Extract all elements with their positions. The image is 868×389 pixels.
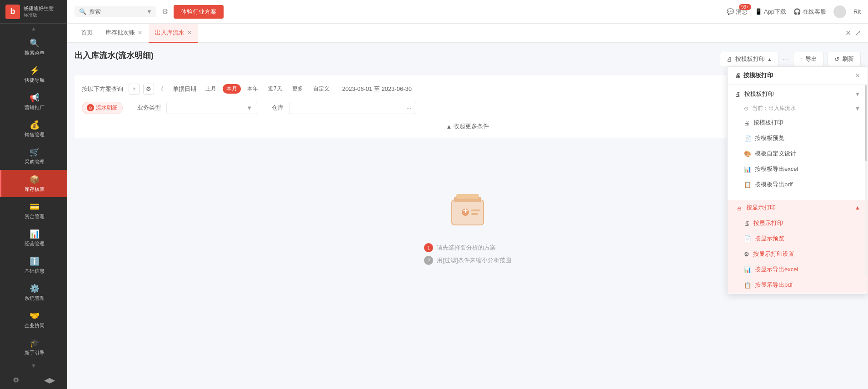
display-preview-item[interactable]: 📄 按显示预览 xyxy=(728,231,868,246)
display-print-section: 🖨 按显示打印 ▲ 🖨 按显示打印 📄 按显示预览 xyxy=(728,198,868,294)
display-pdf-icon: 📋 xyxy=(744,282,751,289)
preview-icon: 📄 xyxy=(744,135,751,142)
app-icon: 📱 xyxy=(755,8,762,15)
template-print-item[interactable]: 🖨 按模板打印 xyxy=(728,115,868,130)
logo-title: 畅捷通好生意 xyxy=(24,5,54,12)
tag-icon: ⊙ xyxy=(87,104,94,111)
settings-button[interactable]: ⚙ xyxy=(13,376,19,384)
logo-icon: b xyxy=(5,5,20,19)
date-btn-current-month[interactable]: 本月 xyxy=(223,84,241,94)
tab-flow-close[interactable]: ✕ xyxy=(187,30,192,36)
app-download-button[interactable]: 📱 App下载 xyxy=(755,8,786,16)
sidebar-scroll-up[interactable]: ▲ xyxy=(0,24,67,34)
header-gear-icon[interactable]: ⚙ xyxy=(162,7,168,16)
tab-batch-close[interactable]: ✕ xyxy=(138,30,142,36)
sidebar-item-sales[interactable]: 💰 销售管理 xyxy=(0,115,67,143)
date-btn-custom[interactable]: 自定义 xyxy=(309,84,333,94)
sidebar-menu: 🔍 搜索菜单 ⚡ 快捷导航 📢 营销推广 💰 销售管理 🛒 采购管理 📦 xyxy=(0,34,67,361)
scrollbar-thumb[interactable] xyxy=(865,85,867,161)
tab-home[interactable]: 首页 xyxy=(75,24,99,43)
sidebar-item-search[interactable]: 🔍 搜索菜单 xyxy=(0,34,67,61)
sidebar-item-basic[interactable]: ℹ️ 基础信息 xyxy=(0,252,67,279)
dropdown-close-icon[interactable]: ✕ xyxy=(855,72,860,79)
display-print-settings-item[interactable]: ⚙ 按显示打印设置 xyxy=(728,246,868,262)
date-btn-more[interactable]: 更多 xyxy=(289,84,307,94)
sidebar-item-purchase[interactable]: 🛒 采购管理 xyxy=(0,143,67,170)
refresh-icon: ↺ xyxy=(834,56,839,63)
top-header: 🔍 ▼ ⚙ 体验行业方案 💬 消息 99+ 📱 App下载 🎧 在线客服 xyxy=(67,0,868,24)
display-section-chevron-icon: ▲ xyxy=(855,204,860,211)
template-excel-item[interactable]: 📊 按模板导出excel xyxy=(728,161,868,177)
current-chevron-icon: ▼ xyxy=(855,105,860,112)
svg-rect-2 xyxy=(456,194,479,199)
operations-icon: 📊 xyxy=(30,229,40,239)
header-search-box[interactable]: 🔍 ▼ xyxy=(75,6,156,17)
collapse-up-icon: ▲ xyxy=(446,123,452,130)
sidebar-item-quicknav[interactable]: ⚡ 快捷导航 xyxy=(0,61,67,88)
custom-icon: 🎨 xyxy=(744,150,751,157)
collapse-button[interactable]: ◀▶ xyxy=(44,376,55,384)
business-type-select[interactable]: ▼ xyxy=(166,102,257,114)
sidebar-item-finance[interactable]: 💳 资金管理 xyxy=(0,197,67,224)
collapse-button[interactable]: ▲ 收起更多条件 xyxy=(446,122,489,130)
filter-collapse-icon[interactable]: 《 xyxy=(158,85,164,93)
template-section-label: 🖨 按模板打印 xyxy=(735,90,774,98)
tab-expand-icon[interactable]: ⤢ xyxy=(855,29,861,37)
date-range-label: 2023-06-01 至 2023-06-30 xyxy=(342,85,412,93)
message-button[interactable]: 💬 消息 99+ xyxy=(727,8,748,16)
sidebar-item-system[interactable]: ⚙️ 系统管理 xyxy=(0,279,67,306)
dropdown-panel: 🖨 按模板打印 ✕ 🖨 按模板打印 ▼ xyxy=(727,66,868,294)
step-2: 2 用[过滤]条件来缩小分析范围 xyxy=(424,256,511,265)
sidebar-item-guide[interactable]: 🎓 新手引导 xyxy=(0,334,67,361)
message-icon: 💬 xyxy=(727,8,734,15)
marketing-icon: 📢 xyxy=(30,93,40,103)
tab-flow[interactable]: 出入库流水 ✕ xyxy=(149,24,198,43)
export-button[interactable]: ↑ 导出 xyxy=(793,52,824,66)
display-pdf-item[interactable]: 📋 按显示导出pdf xyxy=(728,277,868,293)
trial-button[interactable]: 体验行业方案 xyxy=(174,5,224,19)
search-chevron-icon[interactable]: ▼ xyxy=(146,8,152,15)
template-print-header[interactable]: 🖨 按模板打印 ▼ xyxy=(728,86,868,102)
display-print-header[interactable]: 🖨 按显示打印 ▲ xyxy=(728,200,868,215)
template-print-icon: 🖨 xyxy=(735,91,741,98)
date-filter-label: 单据日期 xyxy=(173,85,196,93)
online-service-button[interactable]: 🎧 在线客服 xyxy=(793,8,826,16)
display-print-item[interactable]: 🖨 按显示打印 xyxy=(728,215,868,231)
sidebar-item-inventory[interactable]: 📦 库存核算 xyxy=(0,170,67,197)
username-label[interactable]: Rit xyxy=(853,8,861,15)
system-icon: ⚙️ xyxy=(30,284,40,294)
date-btn-last-month[interactable]: 上月 xyxy=(202,84,220,94)
filter-label: 按以下方案查询 xyxy=(82,85,123,93)
template-pdf-item[interactable]: 📋 按模板导出pdf xyxy=(728,177,868,192)
page-header-actions: 🖨 按模板打印 ▲ ··· ↑ 导出 ↺ 刷新 xyxy=(720,52,861,66)
tab-batch[interactable]: 库存批次账 ✕ xyxy=(99,24,149,43)
date-btn-7days[interactable]: 近7天 xyxy=(264,84,286,94)
warehouse-more-icon: ··· xyxy=(406,105,411,111)
flow-detail-tag[interactable]: ⊙ 流水明细 xyxy=(82,102,123,114)
main-content: 🔍 ▼ ⚙ 体验行业方案 💬 消息 99+ 📱 App下载 🎧 在线客服 xyxy=(67,0,868,389)
section-divider xyxy=(728,196,868,196)
display-print-file-icon: 🖨 xyxy=(744,220,750,227)
refresh-button[interactable]: ↺ 刷新 xyxy=(828,52,861,66)
sidebar-item-collab[interactable]: 🤝 企业协同 xyxy=(0,306,67,334)
avatar[interactable] xyxy=(833,5,846,18)
date-btn-this-year[interactable]: 本年 xyxy=(244,84,262,94)
filter-actions: + ⚙ 《 xyxy=(129,84,164,95)
display-print-icon: 🖨 xyxy=(737,204,743,211)
tab-close-all-icon[interactable]: ✕ xyxy=(845,29,851,37)
print-button[interactable]: 🖨 按模板打印 ▲ xyxy=(720,52,779,66)
sidebar-scroll-down[interactable]: ▼ xyxy=(0,361,67,371)
display-excel-item[interactable]: 📊 按显示导出excel xyxy=(728,262,868,277)
search-input[interactable] xyxy=(89,8,144,15)
filter-setting-button[interactable]: ⚙ xyxy=(143,84,154,95)
template-custom-item[interactable]: 🎨 模板自定义设计 xyxy=(728,146,868,161)
collab-icon: 🤝 xyxy=(30,311,40,321)
sidebar-item-marketing[interactable]: 📢 营销推广 xyxy=(0,88,67,115)
sidebar-item-operations[interactable]: 📊 经营管理 xyxy=(0,224,67,252)
scrollbar-track xyxy=(865,85,867,275)
template-preview-item[interactable]: 📄 按模板预览 xyxy=(728,130,868,146)
filter-add-button[interactable]: + xyxy=(129,84,140,95)
warehouse-select[interactable]: ··· xyxy=(289,102,416,114)
header-right: 💬 消息 99+ 📱 App下载 🎧 在线客服 Rit xyxy=(727,5,861,18)
basic-icon: ℹ️ xyxy=(30,256,40,266)
